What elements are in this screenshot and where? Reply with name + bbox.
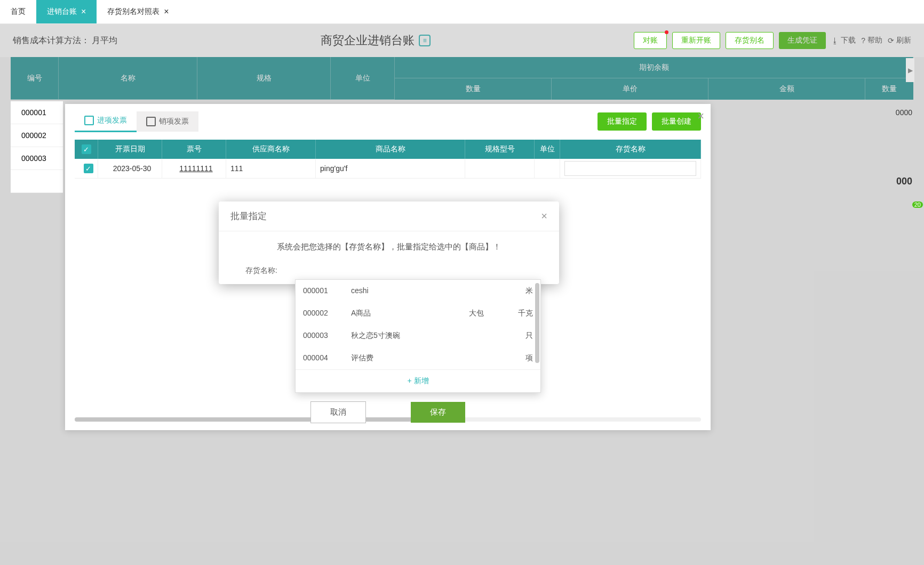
- checkbox-all[interactable]: ✓: [82, 144, 91, 154]
- close-icon[interactable]: ×: [81, 7, 86, 17]
- alias-button[interactable]: 存货别名: [726, 32, 774, 49]
- cell-invoice-no[interactable]: 11111111: [162, 159, 226, 178]
- reconcile-button[interactable]: 对账: [634, 32, 667, 49]
- th-stock-name: 存货名称: [560, 140, 701, 159]
- close-icon[interactable]: ×: [541, 210, 547, 222]
- invoice-table-header: ✓ 开票日期 票号 供应商名称 商品名称 规格型号 单位 存货名称: [75, 140, 701, 159]
- cube-icon: [84, 116, 94, 125]
- row-numbers: 000001 000002 000003: [11, 101, 63, 193]
- th-unit: 单位: [535, 140, 560, 159]
- cell-unit: [535, 159, 560, 178]
- dropdown-item[interactable]: 000002 A商品 大包 千克: [296, 302, 540, 325]
- right-values: 0000 000: [882, 101, 914, 193]
- row-checkbox[interactable]: ✓: [84, 164, 93, 173]
- cell-date: 2023-05-30: [98, 159, 162, 178]
- close-icon[interactable]: ×: [697, 109, 704, 123]
- th-goods: 商品名称: [316, 140, 465, 159]
- tabs-bar: 首页 进销台账× 存货别名对照表×: [0, 0, 924, 24]
- modal-title: 批量指定: [230, 210, 267, 222]
- th-supplier: 供应商名称: [226, 140, 316, 159]
- cell-supplier: 111: [226, 159, 316, 178]
- expand-handle[interactable]: ▶: [906, 58, 914, 82]
- invoice-row: ✓ 2023-05-30 11111111 111 ping'gu'f: [75, 159, 701, 179]
- stock-name-label: 存货名称:: [245, 266, 532, 276]
- table-row[interactable]: 000003: [11, 147, 63, 170]
- batch-assign-button[interactable]: 批量指定: [598, 112, 647, 131]
- tab-income-invoice[interactable]: 进项发票: [75, 110, 137, 132]
- action-bar: 取消 保存: [65, 392, 711, 433]
- status-badge: 20: [912, 201, 923, 208]
- modal-message: 系统会把您选择的【存货名称】，批量指定给选中的【商品】！: [245, 242, 532, 252]
- stock-name-input[interactable]: [564, 161, 696, 176]
- th-invoice-no: 票号: [162, 140, 226, 159]
- table-row[interactable]: [11, 170, 63, 193]
- cell-goods: ping'gu'f: [316, 159, 465, 178]
- table-row[interactable]: 000001: [11, 101, 63, 124]
- batch-assign-modal: 批量指定 × 系统会把您选择的【存货名称】，批量指定给选中的【商品】！ 存货名称…: [219, 201, 559, 284]
- tab-ledger[interactable]: 进销台账×: [36, 0, 97, 23]
- stock-dropdown: 000001 ceshi 米 000002 A商品 大包 千克 000003 秋…: [295, 279, 541, 393]
- save-button[interactable]: 保存: [411, 402, 465, 423]
- vertical-scrollbar[interactable]: [535, 283, 539, 363]
- dropdown-item[interactable]: 000001 ceshi 米: [296, 280, 540, 302]
- table-row[interactable]: 000002: [11, 124, 63, 147]
- tab-alias[interactable]: 存货别名对照表×: [97, 0, 179, 23]
- cell-spec: [465, 159, 535, 178]
- dropdown-item[interactable]: 000003 秋之恋5寸澳碗 只: [296, 325, 540, 347]
- close-icon[interactable]: ×: [164, 7, 169, 17]
- tab-home[interactable]: 首页: [0, 0, 36, 23]
- reopen-button[interactable]: 重新开账: [672, 32, 720, 49]
- cancel-button[interactable]: 取消: [310, 401, 366, 423]
- dropdown-add[interactable]: + 新增: [296, 369, 540, 392]
- tab-sales-invoice[interactable]: 销项发票: [137, 111, 198, 132]
- cube-icon: [146, 117, 156, 126]
- th-date: 开票日期: [98, 140, 162, 159]
- batch-create-button[interactable]: 批量创建: [652, 112, 701, 131]
- dropdown-item[interactable]: 000004 评估费 项: [296, 347, 540, 369]
- th-spec: 规格型号: [465, 140, 535, 159]
